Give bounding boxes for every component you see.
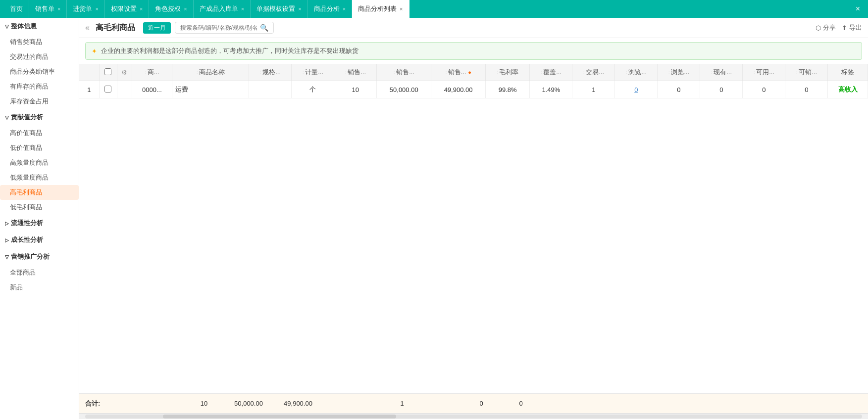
arrow-wealth-analysis: ▽ xyxy=(5,115,9,120)
tab-home[interactable]: 首页 xyxy=(4,0,29,18)
cell-browse1[interactable]: 0 xyxy=(615,81,658,98)
close-tab-role-permission[interactable]: × xyxy=(184,6,187,12)
col-settings[interactable]: ⚙ xyxy=(117,64,132,81)
main-layout: ▽ 整体信息 销售类商品 交易过的商品 商品分类助销率 有库存的商品 库存资金占… xyxy=(0,18,868,419)
col-goods-name[interactable]: 商品名称 xyxy=(172,64,249,81)
sidebar-item-high-freq-goods[interactable]: 高频量度商品 xyxy=(0,155,79,170)
col-sales-cost[interactable]: 销售... ● xyxy=(431,64,486,81)
close-tab-import-order[interactable]: × xyxy=(95,6,98,12)
col-available1[interactable]: 现有... xyxy=(700,64,743,81)
col-browse2[interactable]: 浏览... xyxy=(658,64,700,81)
select-all-checkbox[interactable] xyxy=(104,68,111,75)
close-tab-permission-settings[interactable]: × xyxy=(140,6,143,12)
col-goods-code[interactable]: 商... xyxy=(132,64,172,81)
period-button[interactable]: 近一月 xyxy=(143,22,171,34)
close-all-tabs-button[interactable]: × xyxy=(852,4,864,13)
col-browse1[interactable]: 浏览... xyxy=(615,64,658,81)
content-area: « 高毛利商品 近一月 🔍 ⬡ 分享 ⬆ 导出 ✦ 企业的主要的利润都是这部 xyxy=(79,18,868,419)
tab-import-order[interactable]: 进货单 × xyxy=(67,0,104,18)
cell-goods-name: 运费 xyxy=(172,81,249,98)
sidebar-group-marketing-analysis[interactable]: ▽ 营销推广分析 xyxy=(0,248,79,265)
cell-browse2: 0 xyxy=(658,81,700,98)
close-tab-product-storage[interactable]: × xyxy=(241,6,244,12)
sidebar-item-low-freq-goods[interactable]: 低频量度商品 xyxy=(0,170,79,185)
col-transaction[interactable]: 交易... xyxy=(572,64,615,81)
col-sales-qty[interactable]: 销售... xyxy=(334,64,377,81)
sidebar-item-inventory-capital[interactable]: 库存资金占用 xyxy=(0,94,79,109)
cell-unit: 个 xyxy=(292,81,334,98)
close-tab-product-analysis[interactable]: × xyxy=(343,6,346,12)
table-wrapper[interactable]: ⚙ 商... 商品名称 规格... 计量... xyxy=(79,64,868,393)
cell-goods-code: 0000... xyxy=(132,81,172,98)
sidebar-item-low-value-goods[interactable]: 低价值商品 xyxy=(0,140,79,155)
share-button[interactable]: ⬡ 分享 xyxy=(816,23,836,32)
sidebar-item-new-goods[interactable]: 新品 xyxy=(0,280,79,295)
export-button[interactable]: ⬆ 导出 xyxy=(842,23,862,32)
cell-transaction: 1 xyxy=(572,81,615,98)
content-header: « 高毛利商品 近一月 🔍 ⬡ 分享 ⬆ 导出 xyxy=(79,18,868,38)
sidebar-item-category-assist[interactable]: 商品分类助销率 xyxy=(0,64,79,79)
col-spec[interactable]: 规格... xyxy=(249,64,292,81)
cell-seq: 1 xyxy=(79,81,99,98)
sidebar-item-high-margin-goods[interactable]: 高毛利商品 xyxy=(0,185,79,200)
col-sales-amount[interactable]: 销售... xyxy=(377,64,431,81)
sidebar-group-flow-analysis[interactable]: ▷ 流通性分析 xyxy=(0,215,79,232)
cell-checkbox[interactable] xyxy=(99,81,117,98)
close-tab-sales-order[interactable]: × xyxy=(57,6,60,12)
footer-available1: 0 xyxy=(461,400,501,407)
sidebar-item-high-value-goods[interactable]: 高价值商品 xyxy=(0,126,79,140)
settings-icon[interactable]: ⚙ xyxy=(121,69,127,76)
total-label: 合计: xyxy=(85,399,184,408)
bottom-scrollbar[interactable] xyxy=(79,413,868,419)
sidebar-group-wealth-analysis[interactable]: ▽ 贡献值分析 xyxy=(0,109,79,126)
tab-product-analysis[interactable]: 商品分析 × xyxy=(308,0,352,18)
sidebar-group-growth-analysis[interactable]: ▷ 成长性分析 xyxy=(0,232,79,248)
sidebar-item-traded-goods[interactable]: 交易过的商品 xyxy=(0,49,79,64)
scrollbar-track[interactable] xyxy=(85,415,862,419)
data-table: ⚙ 商... 商品名称 规格... 计量... xyxy=(79,64,868,98)
cell-margin-rate: 99.8% xyxy=(485,81,529,98)
sidebar-group-overall-info[interactable]: ▽ 整体信息 xyxy=(0,18,79,35)
sidebar-item-in-stock-goods[interactable]: 有库存的商品 xyxy=(0,79,79,94)
col-unit[interactable]: 计量... xyxy=(292,64,334,81)
col-coverage[interactable]: 覆盖... xyxy=(530,64,572,81)
cell-sales-amount: 50,000.00 xyxy=(377,81,431,98)
toggle-sidebar-button[interactable]: « xyxy=(85,23,90,32)
footer-sales-qty: 10 xyxy=(184,400,224,407)
cell-available1: 0 xyxy=(700,81,743,98)
tab-sales-order[interactable]: 销售单 × xyxy=(29,0,67,18)
tab-product-analysis-list[interactable]: 商品分析列表 × xyxy=(352,0,409,18)
close-tab-product-analysis-list[interactable]: × xyxy=(400,6,403,12)
tab-role-permission[interactable]: 角色授权 × xyxy=(149,0,193,18)
col-tag[interactable]: 标签 xyxy=(828,64,868,81)
footer-available2: 0 xyxy=(501,400,541,407)
col-margin-rate[interactable]: 毛利率 xyxy=(485,64,529,81)
info-banner: ✦ 企业的主要的利润都是这部分商品创造的，可考虑加大推广，同时关注库存是不要出现… xyxy=(85,42,862,60)
tab-permission-settings[interactable]: 权限设置 × xyxy=(105,0,149,18)
search-input[interactable] xyxy=(175,22,274,34)
cell-available2: 0 xyxy=(743,81,785,98)
cell-tag: 高收入 xyxy=(828,81,868,98)
sidebar-item-sales-goods[interactable]: 销售类商品 xyxy=(0,35,79,49)
cell-settings xyxy=(117,81,132,98)
col-saleable[interactable]: 可销... xyxy=(785,64,828,81)
row-checkbox[interactable] xyxy=(104,86,111,93)
sidebar-item-all-goods[interactable]: 全部商品 xyxy=(0,265,79,280)
scrollbar-thumb[interactable] xyxy=(163,415,396,419)
arrow-marketing-analysis: ▽ xyxy=(5,254,9,260)
footer-total: 合计: 10 50,000.00 49,900.00 1 0 0 xyxy=(79,393,868,413)
top-nav: 首页 销售单 × 进货单 × 权限设置 × 角色授权 × 产成品入库单 × 单据… xyxy=(0,0,868,18)
tab-product-storage[interactable]: 产成品入库单 × xyxy=(194,0,251,18)
highlight-dot: ● xyxy=(468,69,471,75)
tab-single-template[interactable]: 单据模板设置 × xyxy=(251,0,307,18)
close-tab-single-template[interactable]: × xyxy=(298,6,301,12)
arrow-flow-analysis: ▷ xyxy=(5,221,9,226)
footer-transaction: 1 xyxy=(382,400,422,407)
sidebar-item-low-margin-goods[interactable]: 低毛利商品 xyxy=(0,200,79,215)
search-button[interactable]: 🔍 xyxy=(260,24,268,32)
cell-spec xyxy=(249,81,292,98)
cell-saleable: 0 xyxy=(785,81,828,98)
col-available2[interactable]: 可用... xyxy=(743,64,785,81)
info-icon: ✦ xyxy=(92,47,97,55)
table-header-row: ⚙ 商... 商品名称 规格... 计量... xyxy=(79,64,868,81)
